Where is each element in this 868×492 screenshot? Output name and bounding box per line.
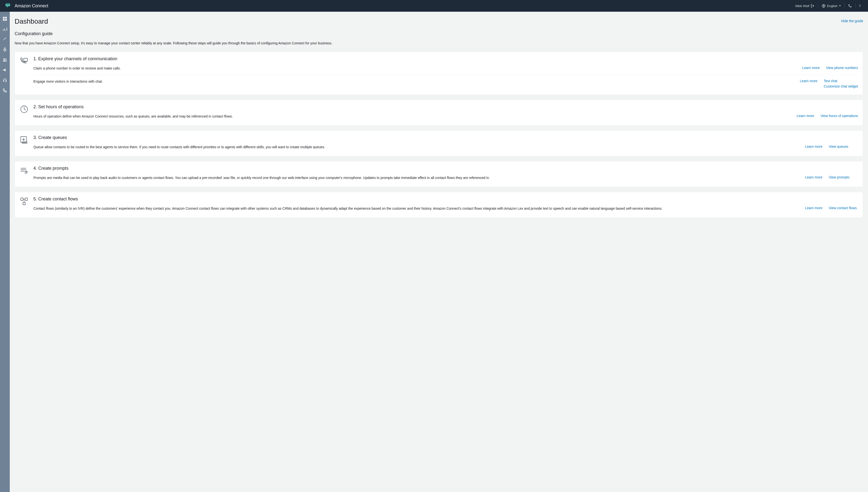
action-links: View queues (829, 145, 858, 148)
guide-card: 5. Create contact flowsContact flows (si… (15, 192, 863, 218)
svg-rect-14 (24, 58, 28, 61)
svg-point-1 (7, 4, 8, 5)
card-title: 4. Create prompts (33, 166, 858, 171)
sidebar (0, 12, 10, 492)
card-icon (20, 57, 28, 66)
card-body: 5. Create contact flowsContact flows (si… (33, 197, 858, 213)
card-title: 3. Create queues (33, 135, 858, 140)
action-links: View prompts (829, 175, 858, 179)
learn-more-link[interactable]: Learn more (800, 79, 818, 83)
action-links: Test chatCustomize chat widget (824, 79, 858, 88)
card-description: Contact flows (similarly to an IVR) defi… (33, 206, 799, 211)
action-link[interactable]: View contact flows (829, 206, 858, 210)
svg-point-9 (4, 50, 4, 50)
svg-rect-19 (21, 198, 23, 200)
user-name: Nikki Wolf (795, 4, 810, 8)
card-body: 4. Create promptsPrompts are media that … (33, 166, 858, 182)
learn-more-link[interactable]: Learn more (805, 206, 822, 210)
card-description: Hours of operation define when Amazon Co… (33, 114, 791, 119)
language-menu[interactable]: English (818, 0, 844, 12)
svg-point-12 (3, 58, 5, 60)
card-row: Prompts are media that can be used to pl… (33, 173, 858, 182)
guide-card: 2. Set hours of operationsHours of opera… (15, 100, 863, 126)
svg-rect-6 (3, 19, 5, 21)
logout-icon (811, 4, 815, 8)
action-link[interactable]: View phone numbers (826, 66, 858, 70)
card-row: Contact flows (similarly to an IVR) defi… (33, 204, 858, 213)
phone-icon (848, 4, 852, 8)
topbar-left: Amazon Connect (4, 2, 48, 10)
card-icon (20, 105, 28, 114)
svg-point-8 (5, 48, 5, 48)
card-description: Queue allow contacts to be routed to the… (33, 145, 799, 150)
action-link[interactable]: View queues (829, 145, 858, 148)
card-description: Engage more visitors in interactions wit… (33, 79, 794, 84)
action-link[interactable]: Test chat (824, 79, 858, 83)
card-title: 2. Set hours of operations (33, 104, 858, 109)
learn-more-link[interactable]: Learn more (805, 175, 822, 179)
action-link[interactable]: View hours of operations (820, 114, 858, 118)
card-row: Queue allow contacts to be routed to the… (33, 143, 858, 152)
card-title: 5. Create contact flows (33, 197, 858, 202)
metrics-icon[interactable] (3, 27, 7, 31)
card-links: Learn moreView contact flows (805, 206, 858, 210)
svg-rect-20 (25, 198, 28, 200)
action-links: View hours of operations (820, 114, 858, 118)
routing-icon[interactable] (3, 37, 7, 42)
product-name: Amazon Connect (15, 3, 48, 8)
intro-text: Now that you have Amazon Connect setup, … (15, 41, 863, 46)
card-links: Learn moreTest chatCustomize chat widget (800, 79, 858, 88)
card-title: 1. Explore your channels of communicatio… (33, 56, 858, 62)
help-label: ? (859, 4, 861, 8)
help-button[interactable]: ? (856, 0, 864, 12)
card-row: Engage more visitors in interactions wit… (33, 75, 858, 90)
globe-icon (822, 4, 825, 8)
svg-rect-21 (23, 202, 25, 205)
top-bar: Amazon Connect Nikki Wolf English ? (0, 0, 868, 12)
guide-card: 4. Create promptsPrompts are media that … (15, 161, 863, 187)
connect-logo-icon (4, 2, 12, 10)
card-icon (20, 197, 28, 206)
guide-card: 1. Explore your channels of communicatio… (15, 52, 863, 95)
card-row: Claim a phone number in order to receive… (33, 64, 858, 73)
section-title: Configuration guide (15, 31, 863, 36)
language-label: English (827, 4, 838, 8)
flows-icon[interactable] (3, 47, 7, 52)
headset-icon[interactable] (3, 78, 7, 82)
svg-point-10 (6, 50, 6, 50)
main-content: Dashboard Hide the guide Configuration g… (10, 12, 868, 492)
action-link[interactable]: Customize chat widget (824, 84, 858, 88)
phone-nav-icon[interactable] (3, 88, 7, 93)
phone-button[interactable] (845, 0, 855, 12)
action-links: View contact flows (829, 206, 858, 210)
users-icon[interactable] (3, 57, 7, 62)
learn-more-link[interactable]: Learn more (797, 114, 814, 118)
card-icon (20, 136, 28, 144)
svg-point-11 (5, 51, 5, 51)
topbar-right: Nikki Wolf English ? (792, 0, 864, 12)
dashboard-icon[interactable] (3, 17, 7, 21)
card-row: Hours of operation define when Amazon Co… (33, 112, 858, 121)
svg-point-13 (5, 59, 6, 60)
hide-guide-link[interactable]: Hide the guide (841, 19, 863, 23)
user-menu[interactable]: Nikki Wolf (792, 0, 818, 12)
svg-rect-7 (5, 19, 7, 21)
svg-rect-5 (5, 17, 7, 19)
card-description: Prompts are media that can be used to pl… (33, 175, 799, 180)
card-links: Learn moreView prompts (805, 175, 858, 179)
action-links: View phone numbers (826, 66, 858, 70)
card-body: 2. Set hours of operationsHours of opera… (33, 104, 858, 121)
action-link[interactable]: View prompts (829, 175, 858, 179)
chevron-down-icon (839, 5, 841, 7)
card-description: Claim a phone number in order to receive… (33, 66, 796, 71)
guide-card: 3. Create queuesQueue allow contacts to … (15, 130, 863, 156)
learn-more-link[interactable]: Learn more (805, 145, 822, 148)
svg-rect-4 (3, 17, 5, 19)
card-links: Learn moreView queues (805, 145, 858, 148)
card-links: Learn moreView hours of operations (797, 114, 858, 118)
learn-more-link[interactable]: Learn more (802, 66, 820, 70)
card-icon (20, 166, 28, 175)
announce-icon[interactable] (3, 68, 7, 72)
card-body: 3. Create queuesQueue allow contacts to … (33, 135, 858, 152)
page-title: Dashboard (15, 18, 48, 25)
